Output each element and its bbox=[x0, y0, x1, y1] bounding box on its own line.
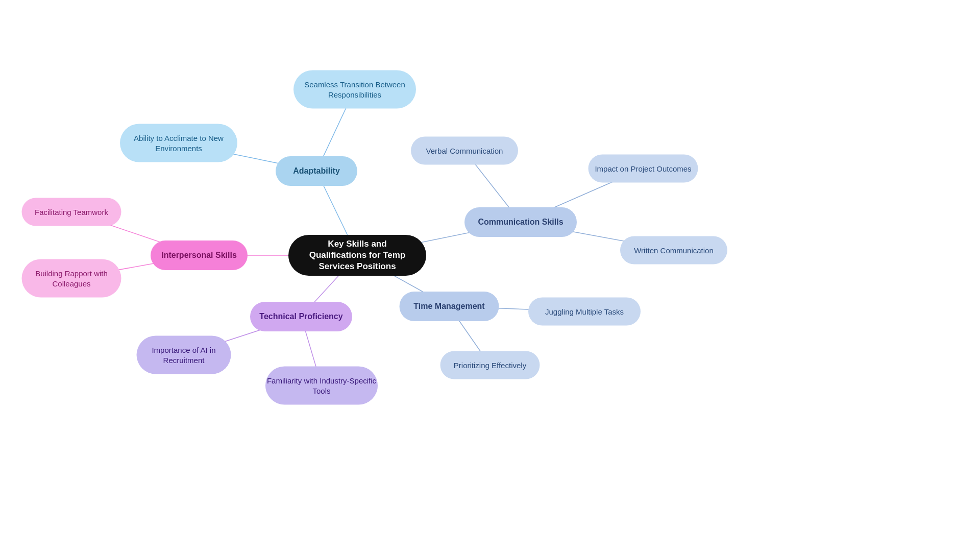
connections-svg bbox=[0, 0, 980, 553]
node-interpersonal: Interpersonal Skills bbox=[151, 241, 248, 270]
node-ai: Importance of AI in Recruitment bbox=[137, 336, 231, 374]
node-juggling: Juggling Multiple Tasks bbox=[528, 298, 641, 326]
node-impact: Impact on Project Outcomes bbox=[589, 155, 698, 183]
node-verbal: Verbal Communication bbox=[411, 137, 518, 165]
node-rapport: Building Rapport with Colleagues bbox=[22, 259, 121, 298]
node-seamless: Seamless Transition Between Responsibili… bbox=[293, 70, 416, 109]
node-technical: Technical Proficiency bbox=[250, 302, 352, 331]
node-tools: Familiarity with Industry-Specific Tools bbox=[265, 367, 378, 405]
node-teamwork: Facilitating Teamwork bbox=[22, 198, 121, 226]
node-prioritizing: Prioritizing Effectively bbox=[440, 351, 540, 379]
node-adaptability: Adaptability bbox=[276, 156, 357, 186]
node-written: Written Communication bbox=[620, 236, 727, 265]
node-center: Key Skills and Qualifications for Temp S… bbox=[288, 235, 426, 276]
node-acclimate: Ability to Acclimate to New Environments bbox=[120, 124, 237, 162]
node-timemanagement: Time Management bbox=[400, 292, 499, 321]
mindmap-container: Key Skills and Qualifications for Temp S… bbox=[0, 0, 980, 553]
node-communication: Communication Skills bbox=[464, 207, 577, 237]
